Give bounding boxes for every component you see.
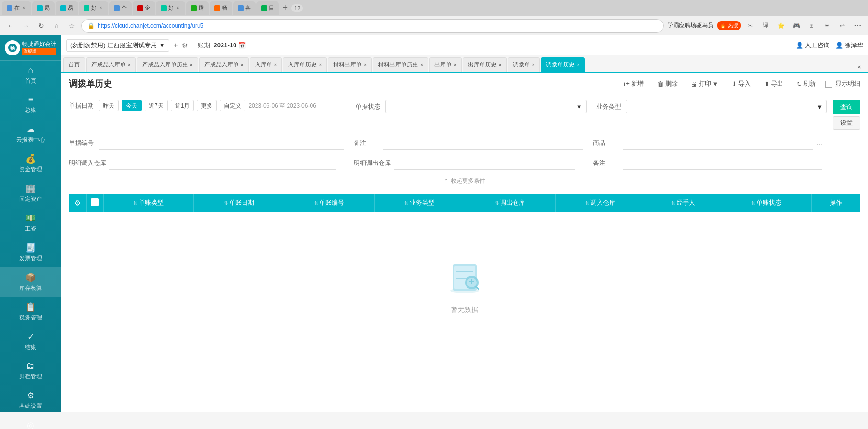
sidebar-item-home[interactable]: ⌂ 首页 — [0, 61, 61, 90]
browser-tab-9[interactable]: 畅 — [210, 1, 232, 15]
browser-tab-2[interactable]: 易 — [32, 1, 55, 15]
tab-transfer-history[interactable]: 调拨单历史 × — [541, 57, 585, 72]
print-button[interactable]: 🖨 打印 ▼ — [687, 77, 723, 90]
th-doc-type[interactable]: ⇅ 单账类型 — [103, 194, 194, 212]
th-settings[interactable]: ⚙ — [69, 194, 86, 212]
doc-number-input[interactable] — [99, 136, 344, 150]
browser-tab-7[interactable]: 好 × — [156, 1, 185, 15]
table-settings-icon[interactable]: ⚙ — [74, 199, 81, 207]
goods-input[interactable] — [623, 136, 814, 150]
date-btn-today[interactable]: 今天 — [122, 100, 142, 111]
tab-home[interactable]: 首页 — [63, 57, 85, 72]
sidebar-item-assets[interactable]: 🏢 固定资产 — [0, 178, 61, 208]
tab-material-out-history[interactable]: 材料出库单历史 × — [373, 57, 428, 72]
th-handler[interactable]: ⇅ 经手人 — [645, 194, 721, 212]
browser-tab-4[interactable]: 好 × — [79, 1, 108, 15]
tab-close-icon[interactable]: × — [319, 62, 322, 67]
tab-out[interactable]: 出库单 × — [429, 57, 462, 72]
th-doc-number[interactable]: ⇅ 单账编号 — [284, 194, 375, 212]
game-icon[interactable]: 🎮 — [790, 20, 802, 32]
business-type-select[interactable]: ▼ — [626, 100, 827, 113]
browser-tab-6[interactable]: 企 — [133, 1, 155, 15]
th-doc-date[interactable]: ⇅ 单账日期 — [194, 194, 284, 212]
tab-close-icon[interactable]: × — [274, 62, 277, 67]
display-toggle[interactable]: 显示明细 — [825, 79, 860, 88]
tab-close-icon[interactable]: × — [499, 62, 501, 67]
browser-tab-8[interactable]: 腾 — [186, 1, 209, 15]
th-in-warehouse[interactable]: ⇅ 调入仓库 — [555, 194, 645, 212]
sidebar-item-guide[interactable]: ◎ 新手引导 — [0, 415, 61, 429]
detail-out-input[interactable] — [394, 156, 575, 170]
tab-close-icon[interactable]: × — [241, 62, 244, 67]
browser-tab-11[interactable]: 目 — [256, 1, 279, 15]
sidebar-item-invoice[interactable]: 🧾 发票管理 — [0, 238, 61, 267]
sidebar-item-settings[interactable]: ⚙ 基础设置 — [0, 385, 61, 415]
refresh-button[interactable]: ↻ — [35, 20, 47, 32]
detail-in-dots-btn[interactable]: ... — [339, 159, 345, 167]
tab-inbound[interactable]: 入库单 × — [250, 57, 282, 72]
date-btn-7days[interactable]: 近7天 — [145, 100, 168, 111]
refresh-button[interactable]: ↻ 刷新 — [793, 77, 820, 90]
tab-close-icon[interactable]: × — [22, 5, 26, 11]
tab-inbound-history[interactable]: 入库单历史 × — [283, 57, 327, 72]
sidebar-item-archive[interactable]: 🗂 归档管理 — [0, 356, 61, 385]
query-button[interactable]: 查询 — [833, 100, 860, 114]
tab-close-icon[interactable]: × — [176, 5, 180, 11]
collapse-button[interactable]: ⌃ 收起更多条件 — [444, 177, 485, 185]
tab-inventory-in-2[interactable]: 产成品入库单 × — [199, 57, 249, 72]
date-btn-1month[interactable]: 近1月 — [171, 100, 194, 111]
company-selector[interactable]: (勿删勿禁用) 江西服宝测试专用 ▼ — [66, 39, 169, 52]
select-all-checkbox[interactable] — [91, 198, 99, 206]
close-all-icon[interactable]: × — [855, 62, 864, 72]
th-checkbox[interactable] — [86, 194, 103, 212]
th-doc-status[interactable]: ⇅ 单账状态 — [721, 194, 812, 212]
browser-tab-10[interactable]: 各 — [233, 1, 256, 15]
add-company-icon[interactable]: + — [173, 41, 178, 50]
sidebar-item-salary[interactable]: 💵 工资 — [0, 208, 61, 238]
detail-remark-input[interactable] — [623, 156, 822, 170]
tab-close-icon[interactable]: × — [532, 62, 535, 67]
tab-transfer[interactable]: 调拨单 × — [508, 57, 540, 72]
date-btn-more[interactable]: 更多 — [197, 100, 217, 111]
settings-gear-icon[interactable]: ⚙ — [182, 42, 188, 49]
tab-material-out[interactable]: 材料出库单 × — [328, 57, 372, 72]
sidebar-item-ledger[interactable]: ≡ 总账 — [0, 90, 61, 119]
goods-dots-btn[interactable]: ... — [816, 139, 822, 147]
tab-close-icon[interactable]: × — [128, 62, 131, 67]
th-business-type[interactable]: ⇅ 业务类型 — [374, 194, 465, 212]
remark-input[interactable] — [383, 136, 583, 150]
import-button[interactable]: ⬇ 导入 — [728, 77, 755, 90]
tab-close-icon[interactable]: × — [454, 62, 456, 67]
date-btn-yesterday[interactable]: 昨天 — [99, 100, 119, 111]
tab-close-icon[interactable]: × — [99, 5, 103, 11]
sidebar-item-tax[interactable]: 📋 税务管理 — [0, 297, 61, 327]
forward-button[interactable]: → — [20, 20, 32, 32]
tab-inventory-in-history[interactable]: 产成品入库单历史 × — [137, 57, 198, 72]
back-button[interactable]: ← — [5, 20, 16, 32]
tab-close-icon[interactable]: × — [190, 62, 193, 67]
browser-tab-1[interactable]: 在 × — [2, 1, 31, 15]
tab-close-icon[interactable]: × — [364, 62, 367, 67]
new-button[interactable]: + + 新增 — [619, 77, 648, 90]
export-button[interactable]: ⬆ 导出 — [760, 77, 787, 90]
cut-icon[interactable]: ✂ — [745, 20, 756, 32]
browser-tab-5[interactable]: 个 — [109, 1, 132, 15]
bookmark-button[interactable]: ☆ — [66, 20, 78, 32]
translate-icon[interactable]: 译 — [760, 20, 771, 32]
detail-out-dots-btn[interactable]: ... — [578, 159, 583, 167]
user-profile[interactable]: 👤 徐泽华 — [835, 41, 863, 50]
th-out-warehouse[interactable]: ⇅ 调出仓库 — [465, 194, 555, 212]
tab-close-icon[interactable]: × — [420, 62, 423, 67]
detail-in-input[interactable] — [109, 156, 336, 170]
support-button[interactable]: 👤 人工咨询 — [796, 41, 830, 50]
sidebar-item-inventory[interactable]: 📦 库存核算 — [0, 267, 61, 297]
sidebar-item-close[interactable]: ✓ 结账 — [0, 327, 61, 356]
delete-button[interactable]: 🗑 删除 — [654, 77, 681, 90]
date-btn-custom[interactable]: 自定义 — [220, 100, 245, 111]
tab-close-icon[interactable]: × — [577, 62, 579, 67]
status-select[interactable]: ▼ — [385, 100, 587, 113]
tab-out-history[interactable]: 出库单历史 × — [463, 57, 507, 72]
home-button[interactable]: ⌂ — [51, 20, 62, 32]
theme-icon[interactable]: ☀ — [821, 20, 833, 32]
tab-inventory-in[interactable]: 产成品入库单 × — [86, 57, 136, 72]
